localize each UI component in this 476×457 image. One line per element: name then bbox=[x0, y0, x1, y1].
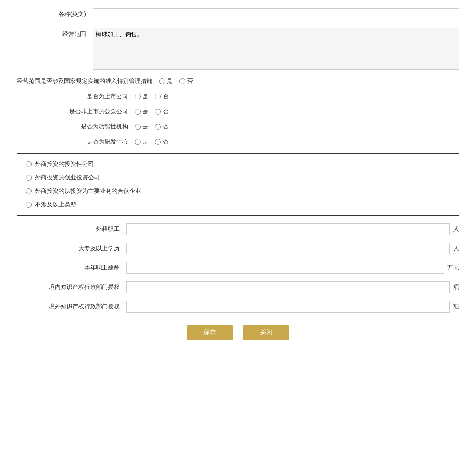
rd-no-label: 否 bbox=[163, 138, 168, 146]
listed-company-radio-group: 是 否 bbox=[135, 93, 168, 100]
overseas-ip-input[interactable] bbox=[126, 301, 450, 313]
investment-type-box: 外商投资的投资性公司 外商投资的创业投资公司 外商投资的以投资为主要业务的合伙企… bbox=[17, 153, 459, 216]
venture-investment-radio[interactable] bbox=[26, 175, 32, 181]
domestic-ip-unit: 项 bbox=[453, 283, 459, 291]
special-mgmt-no-item[interactable]: 否 bbox=[179, 78, 193, 85]
foreign-workers-label: 外籍职工 bbox=[17, 225, 126, 233]
domestic-ip-input[interactable] bbox=[126, 281, 450, 293]
venture-investment-label: 外商投资的创业投资公司 bbox=[35, 174, 100, 182]
not-applicable-radio[interactable] bbox=[26, 202, 32, 208]
business-scope-row: 经营范围 棒球加工、销售。 bbox=[17, 28, 459, 70]
foreign-workers-unit: 人 bbox=[453, 225, 459, 233]
college-degree-unit: 人 bbox=[453, 245, 459, 252]
form-container: 各称(英文) 经营范围 棒球加工、销售。 经营范围是否涉及国家规定实施的准入特别… bbox=[17, 8, 459, 340]
functional-yes-label: 是 bbox=[142, 123, 148, 131]
functional-org-row: 是否为功能性机构 是 否 bbox=[17, 123, 459, 131]
listed-no-label: 否 bbox=[163, 93, 168, 100]
special-mgmt-no-label: 否 bbox=[187, 78, 193, 85]
listed-yes-label: 是 bbox=[142, 93, 148, 100]
name-en-label: 各称(英文) bbox=[17, 11, 93, 18]
functional-org-radio-group: 是 否 bbox=[135, 123, 168, 131]
functional-yes-radio[interactable] bbox=[135, 124, 141, 130]
listed-no-radio[interactable] bbox=[155, 94, 161, 99]
public-yes-label: 是 bbox=[142, 108, 148, 115]
functional-yes-item[interactable]: 是 bbox=[135, 123, 148, 131]
rd-no-item[interactable]: 否 bbox=[155, 138, 168, 146]
listed-yes-radio[interactable] bbox=[135, 94, 141, 99]
public-no-radio[interactable] bbox=[155, 109, 161, 115]
button-row: 保存 关闭 bbox=[17, 325, 459, 340]
name-en-input[interactable] bbox=[93, 8, 459, 20]
listed-company-row: 是否为上市公司 是 否 bbox=[17, 93, 459, 100]
special-mgmt-row: 经营范围是否涉及国家规定实施的准入特别管理措施 是 否 bbox=[17, 78, 459, 85]
public-yes-item[interactable]: 是 bbox=[135, 108, 148, 115]
foreign-workers-row: 外籍职工 人 bbox=[17, 223, 459, 235]
public-no-label: 否 bbox=[163, 108, 168, 115]
rd-no-radio[interactable] bbox=[155, 139, 161, 145]
college-degree-row: 大专及以上学历 人 bbox=[17, 243, 459, 254]
partnership-radio[interactable] bbox=[26, 188, 32, 194]
special-mgmt-yes-item[interactable]: 是 bbox=[159, 78, 173, 85]
rd-center-row: 是否为研发中心 是 否 bbox=[17, 138, 459, 146]
public-no-item[interactable]: 否 bbox=[155, 108, 168, 115]
rd-center-label: 是否为研发中心 bbox=[17, 138, 135, 146]
overseas-ip-row: 境外知识产权行政部门授权 项 bbox=[17, 301, 459, 313]
business-scope-label: 经营范围 bbox=[17, 28, 93, 38]
annual-salary-row: 本年职工薪酬 万元 bbox=[17, 262, 459, 274]
public-unlisted-radio-group: 是 否 bbox=[135, 108, 168, 115]
domestic-ip-label: 境内知识产权行政部门授权 bbox=[17, 283, 126, 291]
investment-company-radio[interactable] bbox=[26, 161, 32, 167]
special-mgmt-radio-group: 是 否 bbox=[159, 78, 193, 85]
college-degree-input[interactable] bbox=[126, 243, 450, 254]
not-applicable-row[interactable]: 不涉及以上类型 bbox=[26, 201, 450, 208]
public-yes-radio[interactable] bbox=[135, 109, 141, 115]
college-degree-label: 大专及以上学历 bbox=[17, 245, 126, 252]
name-en-row: 各称(英文) bbox=[17, 8, 459, 20]
annual-salary-input[interactable] bbox=[126, 262, 444, 274]
foreign-workers-input[interactable] bbox=[126, 223, 450, 235]
special-mgmt-yes-radio[interactable] bbox=[159, 78, 165, 84]
partnership-label: 外商投资的以投资为主要业务的合伙企业 bbox=[35, 187, 141, 195]
rd-center-radio-group: 是 否 bbox=[135, 138, 168, 146]
close-button[interactable]: 关闭 bbox=[243, 325, 289, 340]
public-unlisted-row: 是否非上市的公众公司 是 否 bbox=[17, 108, 459, 115]
public-unlisted-label: 是否非上市的公众公司 bbox=[17, 108, 135, 115]
listed-yes-item[interactable]: 是 bbox=[135, 93, 148, 100]
partnership-row[interactable]: 外商投资的以投资为主要业务的合伙企业 bbox=[26, 187, 450, 195]
special-mgmt-yes-label: 是 bbox=[167, 78, 173, 85]
overseas-ip-label: 境外知识产权行政部门授权 bbox=[17, 303, 126, 310]
venture-investment-row[interactable]: 外商投资的创业投资公司 bbox=[26, 174, 450, 182]
overseas-ip-unit: 项 bbox=[453, 303, 459, 310]
listed-company-label: 是否为上市公司 bbox=[17, 93, 135, 100]
special-mgmt-label: 经营范围是否涉及国家规定实施的准入特别管理措施 bbox=[17, 78, 159, 85]
rd-yes-item[interactable]: 是 bbox=[135, 138, 148, 146]
functional-no-item[interactable]: 否 bbox=[155, 123, 168, 131]
save-button[interactable]: 保存 bbox=[187, 325, 233, 340]
business-scope-textarea[interactable]: 棒球加工、销售。 bbox=[93, 28, 459, 70]
domestic-ip-row: 境内知识产权行政部门授权 项 bbox=[17, 281, 459, 293]
rd-yes-radio[interactable] bbox=[135, 139, 141, 145]
annual-salary-unit: 万元 bbox=[447, 264, 459, 272]
special-mgmt-no-radio[interactable] bbox=[179, 78, 185, 84]
investment-company-label: 外商投资的投资性公司 bbox=[35, 160, 94, 168]
listed-no-item[interactable]: 否 bbox=[155, 93, 168, 100]
rd-yes-label: 是 bbox=[142, 138, 148, 146]
functional-org-label: 是否为功能性机构 bbox=[17, 123, 135, 131]
not-applicable-label: 不涉及以上类型 bbox=[35, 201, 76, 208]
annual-salary-label: 本年职工薪酬 bbox=[17, 264, 126, 272]
investment-company-row[interactable]: 外商投资的投资性公司 bbox=[26, 160, 450, 168]
functional-no-label: 否 bbox=[163, 123, 168, 131]
functional-no-radio[interactable] bbox=[155, 124, 161, 130]
